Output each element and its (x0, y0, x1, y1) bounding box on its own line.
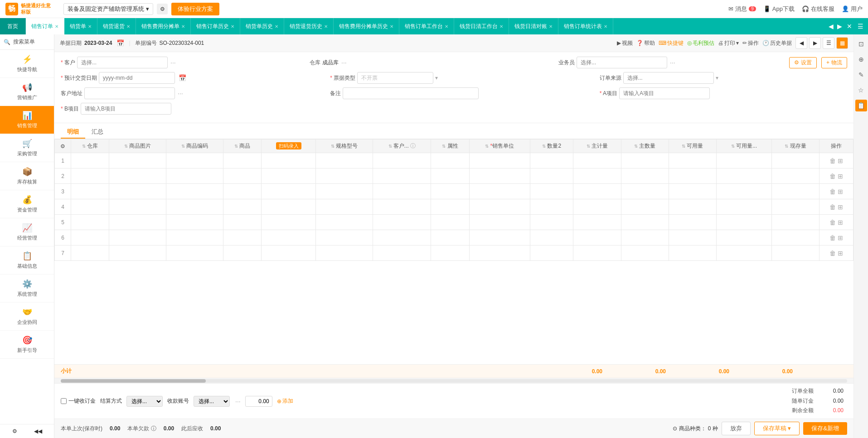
tab-close-icon[interactable]: ✕ (390, 24, 393, 29)
copy-row-icon[interactable]: ⊞ (838, 250, 843, 257)
invoice-type-dropdown-icon[interactable]: ▾ (435, 75, 438, 81)
tab-close-icon[interactable]: ✕ (445, 24, 448, 29)
sidebar-item-purchase[interactable]: 🛒 采购管理 (0, 134, 54, 162)
salesperson-more-icon[interactable]: ··· (670, 59, 675, 66)
copy-row-icon[interactable]: ⊞ (838, 203, 843, 211)
right-icon-4[interactable]: ☆ (855, 84, 867, 96)
action-btn[interactable]: ✏ 操作 (742, 39, 759, 47)
delete-row-icon[interactable]: 🗑 (829, 157, 836, 164)
project-a-input[interactable] (619, 87, 710, 99)
tab-sales-stats[interactable]: 销售订单统计表 ✕ (558, 18, 613, 34)
shortcut-btn[interactable]: ⌨ 快捷键 (659, 39, 684, 47)
save-new-btn[interactable]: 保存&新增 (803, 422, 847, 435)
view-video-btn[interactable]: ▶ 视频 (617, 39, 633, 47)
system-title[interactable]: 装备及固定资产辅助管理系统 ▾ (63, 3, 153, 15)
salesperson-input[interactable] (577, 57, 667, 68)
horizontal-scrollbar[interactable] (54, 378, 853, 383)
tab-close-icon[interactable]: ✕ (181, 24, 185, 29)
sidebar-settings-icon[interactable]: ⚙ (12, 428, 17, 434)
calendar-icon[interactable]: 📅 (116, 39, 124, 47)
help-btn[interactable]: ❓ 帮助 (636, 39, 655, 47)
sidebar-item-inventory[interactable]: 📦 库存核算 (0, 162, 54, 190)
delete-row-icon[interactable]: 🗑 (829, 250, 836, 257)
sidebar-item-guide[interactable]: 🎯 新手引导 (0, 331, 54, 359)
sidebar-item-operations[interactable]: 📈 经营管理 (0, 218, 54, 246)
tab-daily-workbench[interactable]: 钱货日清工作台 ✕ (454, 18, 509, 34)
print-btn[interactable]: 🖨 打印 ▾ (718, 39, 739, 47)
form-view-btn[interactable]: ▦ (836, 37, 848, 49)
payment-method-select[interactable]: 选择... (126, 396, 163, 407)
tab-close-all[interactable]: ✕ (844, 23, 855, 30)
list-view-btn[interactable]: ☰ (823, 37, 834, 49)
industry-button[interactable]: 体验行业方案 (171, 3, 219, 15)
address-input[interactable] (84, 87, 175, 99)
tab-expense[interactable]: 销售费用分摊单 ✕ (136, 18, 191, 34)
tab-close-icon[interactable]: ✕ (231, 24, 234, 29)
tab-summary[interactable]: 汇总 (85, 126, 110, 139)
delete-row-icon[interactable]: 🗑 (829, 188, 836, 195)
tab-expense-history[interactable]: 销售费用分摊单历史 ✕ (334, 18, 399, 34)
quick-close-label[interactable]: 一键收订金 (61, 397, 96, 405)
form-logistics-btn[interactable]: + 物流 (821, 57, 847, 68)
copy-row-icon[interactable]: ⊞ (838, 234, 843, 241)
copy-row-icon[interactable]: ⊞ (838, 157, 843, 164)
tab-order-workbench[interactable]: 销售订单工作台 ✕ (399, 18, 454, 34)
right-icon-5[interactable]: 📋 (855, 100, 867, 111)
right-icon-2[interactable]: ⊕ (855, 53, 867, 65)
sidebar-item-sales[interactable]: 📊 销售管理 (0, 106, 54, 134)
tab-menu[interactable]: ☰ (855, 23, 866, 30)
save-draft-btn[interactable]: 保存草稿 ▾ (754, 422, 800, 435)
copy-row-icon[interactable]: ⊞ (838, 219, 843, 226)
message-item[interactable]: ✉ 消息 9 (728, 5, 756, 13)
tab-close-icon[interactable]: ✕ (55, 24, 58, 29)
add-payment-btn[interactable]: ⊕ 添加 (277, 397, 293, 405)
delete-row-icon[interactable]: 🗑 (829, 234, 836, 241)
sidebar-collapse-icon[interactable]: ◀◀ (34, 428, 42, 434)
tab-home[interactable]: 首页 (0, 18, 26, 34)
sidebar-item-quick-nav[interactable]: ⚡ 快捷导航 (0, 50, 54, 78)
settings-icon[interactable]: ⚙ (157, 4, 168, 14)
form-settings-btn[interactable]: ⚙ 设置 (789, 57, 817, 68)
remarks-input[interactable] (343, 87, 479, 99)
tab-close-icon[interactable]: ✕ (275, 24, 278, 29)
customer-more-icon[interactable]: ··· (170, 59, 176, 66)
right-icon-3[interactable]: ✎ (855, 69, 867, 81)
address-more-icon[interactable]: ··· (178, 90, 183, 97)
tab-close-icon[interactable]: ✕ (499, 24, 503, 29)
payment-amount-input[interactable] (245, 396, 272, 407)
tab-scroll-right[interactable]: ▶ (835, 23, 844, 30)
tab-daily-reconcile[interactable]: 钱货日清对账 ✕ (509, 18, 558, 34)
order-source-input[interactable] (623, 72, 714, 84)
tab-close-icon[interactable]: ✕ (88, 24, 92, 29)
tab-close-icon[interactable]: ✕ (324, 24, 328, 29)
sidebar-item-finance[interactable]: 💰 资金管理 (0, 190, 54, 218)
copy-row-icon[interactable]: ⊞ (838, 173, 843, 180)
warehouse-more-icon[interactable]: ··· (341, 59, 347, 66)
col-gear[interactable]: ⚙ (55, 140, 71, 153)
order-source-dropdown-icon[interactable]: ▾ (716, 75, 718, 81)
next-record-btn[interactable]: ▶ (809, 37, 821, 49)
right-icon-1[interactable]: ⊡ (855, 38, 867, 50)
online-service-item[interactable]: 🎧 在线客服 (802, 5, 834, 13)
sidebar-item-system[interactable]: ⚙️ 系统管理 (0, 274, 54, 303)
project-b-input[interactable] (81, 103, 171, 115)
tab-return[interactable]: 销货退货 ✕ (97, 18, 136, 34)
tab-scroll-left[interactable]: ◀ (827, 23, 835, 30)
app-download-item[interactable]: 📱 App下载 (763, 5, 795, 13)
delivery-date-input[interactable] (99, 72, 175, 84)
sidebar-item-search[interactable]: 🔍 搜索菜单 (0, 34, 54, 50)
sidebar-item-basic-info[interactable]: 📋 基础信息 (0, 246, 54, 274)
tab-sales-invoice[interactable]: 销货单 ✕ (64, 18, 97, 34)
account-select[interactable]: 选择... (194, 396, 230, 407)
tab-close-icon[interactable]: ✕ (604, 24, 607, 29)
quick-close-checkbox[interactable] (61, 398, 67, 404)
customer-input[interactable] (77, 57, 168, 68)
delivery-calendar-icon[interactable]: 📅 (179, 74, 186, 82)
invoice-type-input[interactable] (357, 72, 433, 84)
tab-close-icon[interactable]: ✕ (126, 24, 130, 29)
sidebar-item-enterprise[interactable]: 🤝 企业协同 (0, 303, 54, 331)
account-more-icon[interactable]: ··· (235, 398, 241, 405)
col-scan[interactable]: 扫码录入 (262, 140, 316, 153)
tab-invoice-history[interactable]: 销货单历史 ✕ (240, 18, 284, 34)
sidebar-item-marketing[interactable]: 📢 营销推广 (0, 78, 54, 106)
